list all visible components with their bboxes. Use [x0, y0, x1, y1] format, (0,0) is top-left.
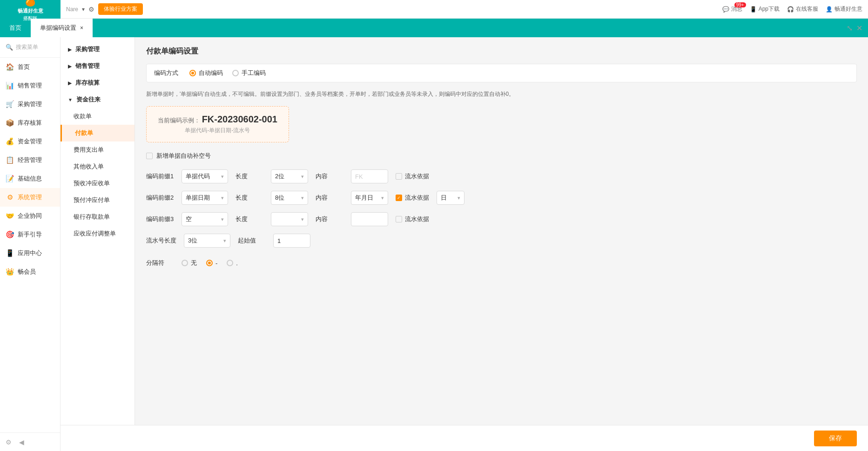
serial2-checkbox[interactable]: ✓: [396, 195, 402, 201]
code-example-value: FK-20230602-001: [202, 114, 277, 124]
prefix2-arrow: ▾: [221, 195, 224, 201]
auto-fill-checkbox[interactable]: [146, 153, 153, 159]
trial-button[interactable]: 体验行业方案: [98, 3, 143, 15]
finance-icon: 💰: [6, 137, 14, 146]
separator-none[interactable]: 无: [182, 259, 197, 267]
start-value-input[interactable]: [273, 234, 310, 248]
tab-encoding-settings[interactable]: 单据编码设置 ×: [31, 19, 93, 37]
sub-sidebar: ▶ 采购管理 ▶ 销售管理 ▶ 库存核算 ▼ 资金往来 收款单 付款单 费用支出…: [61, 37, 135, 451]
sidebar-item-operations[interactable]: 📋 经营管理: [0, 151, 60, 169]
serial-length-arrow: ▾: [223, 238, 226, 244]
sub-item-receipt[interactable]: 收款单: [61, 108, 135, 125]
sub-group-sales[interactable]: ▶ 销售管理: [61, 58, 135, 74]
auto-fill-row: 新增单据自动补空号: [146, 152, 857, 160]
message-icon: 💬: [722, 6, 729, 13]
prefix2-select[interactable]: 单据日期 ▾: [182, 191, 228, 205]
length1-select[interactable]: 2位 ▾: [271, 169, 308, 183]
sidebar-search[interactable]: 🔍 搜索菜单: [0, 37, 60, 58]
minimize-icon[interactable]: ⤡: [847, 24, 853, 33]
prefix3-label: 编码前缀3: [146, 215, 174, 223]
topbar-right: 💬 消息 99+ 📱 App下载 🎧 在线客服 👤 畅通好生意: [722, 5, 862, 13]
sidebar-collapse-icon[interactable]: ◀: [19, 438, 24, 446]
sidebar-item-purchase[interactable]: 🛒 采购管理: [0, 95, 60, 114]
sub-item-other-income[interactable]: 其他收入单: [61, 158, 135, 175]
content3-input[interactable]: [351, 212, 388, 226]
length3-arrow: ▾: [301, 216, 304, 222]
sidebar-item-finance[interactable]: 💰 资金管理: [0, 132, 60, 151]
sidebar-item-guide[interactable]: 🎯 新手引导: [0, 225, 60, 244]
serial2-checkbox-row: ✓ 流水依据: [396, 194, 429, 202]
prefix2-label: 编码前缀2: [146, 194, 174, 202]
headset-icon: 🎧: [787, 6, 794, 13]
sidebar-item-apps[interactable]: 📱 应用中心: [0, 244, 60, 263]
length1-arrow: ▾: [301, 174, 304, 180]
sub-item-bank[interactable]: 银行存取款单: [61, 209, 135, 225]
sidebar-item-member[interactable]: 👑 畅会员: [0, 263, 60, 281]
sub-item-prepay-recv[interactable]: 预收冲应收单: [61, 175, 135, 192]
serial3-checkbox[interactable]: [396, 216, 402, 222]
serial1-checkbox[interactable]: [396, 173, 402, 180]
window-controls: ⤡ ✕: [841, 19, 868, 37]
separator-dot[interactable]: .: [227, 260, 238, 267]
app-download-btn[interactable]: 📱 App下载: [750, 5, 780, 13]
length2-select[interactable]: 8位 ▾: [271, 191, 308, 205]
sidebar-item-sales[interactable]: 📊 销售管理: [0, 76, 60, 95]
company-dropdown[interactable]: ▾: [82, 6, 85, 13]
sidebar-item-home[interactable]: 🏠 首页: [0, 58, 60, 76]
content2-select[interactable]: 年月日 ▾: [351, 191, 388, 205]
sidebar-item-basic[interactable]: 📝 基础信息: [0, 169, 60, 188]
topbar-left: Nare ▾ ⚙ 体验行业方案: [66, 3, 719, 15]
message-badge: 99+: [734, 2, 746, 7]
system-icon: ⚙: [6, 193, 14, 202]
auto-encode-radio[interactable]: 自动编码: [189, 69, 223, 77]
online-service-btn[interactable]: 🎧 在线客服: [787, 5, 818, 13]
settings-icon[interactable]: ⚙: [88, 6, 94, 13]
encoding-mode-label: 编码方式: [154, 69, 178, 77]
prefix3-arrow: ▾: [221, 216, 224, 222]
manual-encode-radio-circle: [232, 70, 239, 76]
sidebar-item-inventory[interactable]: 📦 库存核算: [0, 114, 60, 132]
sub-item-prepay-pay[interactable]: 预付冲应付单: [61, 192, 135, 209]
encoding-mode-bar: 编码方式 自动编码 手工编码: [146, 64, 857, 82]
settings-row-3: 编码前缀3 空 ▾ 长度 ▾ 内容 流水依据: [146, 212, 857, 226]
avatar-icon: 👤: [826, 6, 833, 13]
sidebar-settings-icon[interactable]: ⚙: [6, 438, 12, 446]
tab-close-icon[interactable]: ×: [80, 25, 83, 31]
messages-btn[interactable]: 💬 消息 99+: [722, 5, 742, 13]
separator-dot-circle: [227, 260, 233, 266]
code-example-label: 当前编码示例：: [158, 117, 200, 124]
separator-dash[interactable]: -: [206, 260, 217, 267]
serial-length-label: 流水号长度: [146, 236, 176, 245]
sub-item-adjust[interactable]: 应收应付调整单: [61, 225, 135, 242]
close-all-icon[interactable]: ✕: [856, 24, 862, 33]
serial3-checkbox-row: 流水依据: [396, 215, 429, 223]
tab-home[interactable]: 首页: [0, 19, 31, 37]
prefix1-arrow: ▾: [221, 174, 224, 180]
content1-label: 内容: [316, 172, 343, 181]
separator-radio-group: 无 - .: [182, 259, 238, 267]
search-icon: 🔍: [6, 44, 13, 51]
serial2-unit-select[interactable]: 日 ▾: [437, 191, 464, 205]
content1-input[interactable]: [351, 169, 388, 183]
code-example-desc: 单据代码-单据日期-流水号: [158, 127, 277, 135]
prefix1-select[interactable]: 单据代码 ▾: [182, 169, 228, 183]
company-name: Nare: [66, 6, 78, 13]
user-avatar[interactable]: 👤 畅通好生意: [826, 5, 862, 13]
manual-encode-radio[interactable]: 手工编码: [232, 69, 266, 77]
guide-icon: 🎯: [6, 230, 14, 239]
length3-select[interactable]: ▾: [271, 212, 308, 226]
sub-item-payment[interactable]: 付款单: [61, 125, 135, 141]
save-button[interactable]: 保存: [814, 431, 857, 446]
prefix1-label: 编码前缀1: [146, 172, 174, 181]
sub-group-purchase[interactable]: ▶ 采购管理: [61, 41, 135, 58]
sidebar-item-system[interactable]: ⚙ 系统管理: [0, 188, 60, 207]
sub-group-capital[interactable]: ▼ 资金往来: [61, 91, 135, 108]
sub-item-expense[interactable]: 费用支出单: [61, 141, 135, 158]
basic-icon: 📝: [6, 175, 14, 183]
sub-group-inventory[interactable]: ▶ 库存核算: [61, 74, 135, 91]
auto-encode-radio-circle: [189, 70, 196, 76]
prefix3-select[interactable]: 空 ▾: [182, 212, 228, 226]
sidebar-item-enterprise[interactable]: 🤝 企业协同: [0, 207, 60, 225]
length2-label: 长度: [236, 194, 263, 202]
serial-length-select[interactable]: 3位 ▾: [184, 234, 230, 248]
